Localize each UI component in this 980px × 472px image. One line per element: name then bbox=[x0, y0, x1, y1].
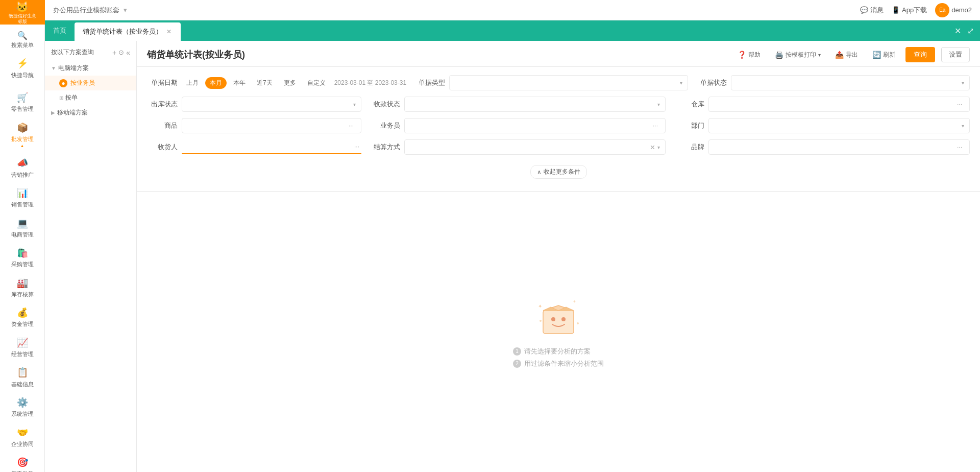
empty-hint-1: 1 请先选择要分析的方案 bbox=[513, 347, 604, 356]
sidebar-item-management[interactable]: 📈 经营管理 bbox=[0, 333, 44, 363]
topbar-arrow-icon[interactable]: ▾ bbox=[124, 6, 127, 14]
panel-add-icon[interactable]: + bbox=[112, 49, 116, 57]
warehouse-more-icon[interactable]: ··· bbox=[955, 101, 964, 108]
sidebar-search[interactable]: 🔍 搜索菜单 bbox=[0, 25, 44, 53]
pay-dropdown[interactable]: ▾ bbox=[404, 97, 666, 112]
page-title: 销货单统计表(按业务员) bbox=[147, 49, 245, 61]
dept-dropdown-arrow: ▾ bbox=[962, 123, 964, 129]
sidebar-item-guide[interactable]: 🎯 新手引导 bbox=[0, 452, 44, 472]
tab-sales-stat[interactable]: 销货单统计表（按业务员） ✕ bbox=[75, 22, 181, 41]
panel-group-mobile-title[interactable]: ▶ 移动端方案 bbox=[45, 105, 136, 120]
query-btn[interactable]: 查询 bbox=[905, 47, 935, 62]
content-area: 按以下方案查询 + ⊙ « ▼ 电脑端方案 ● 按业务员 bbox=[45, 41, 980, 472]
out-control: ▾ bbox=[182, 97, 361, 112]
export-btn[interactable]: 📤 导出 bbox=[831, 49, 862, 61]
sidebar-item-purchase[interactable]: 🛍️ 采购管理 bbox=[0, 243, 44, 273]
settle-dropdown[interactable]: ✕ ▾ bbox=[404, 139, 666, 155]
product-dropdown[interactable]: ··· bbox=[182, 118, 361, 133]
sidebar-item-collab[interactable]: 🤝 企业协同 bbox=[0, 422, 44, 453]
panel-actions: + ⊙ « bbox=[112, 49, 130, 57]
panel-group-desktop-title[interactable]: ▼ 电脑端方案 bbox=[45, 61, 136, 76]
type-dropdown[interactable]: ▾ bbox=[449, 75, 688, 90]
message-btn[interactable]: 💬 消息 bbox=[860, 6, 884, 15]
app-logo: 🐱 畅捷信好生意 标版 bbox=[0, 0, 45, 25]
date-custom-btn[interactable]: 自定义 bbox=[303, 77, 330, 89]
hint2-text: 用过滤条件来缩小分析范围 bbox=[524, 359, 604, 368]
tab-close-icon[interactable]: ✕ bbox=[165, 27, 173, 36]
sidebar-item-finance[interactable]: 💰 资金管理 bbox=[0, 302, 44, 333]
tab-home[interactable]: 首页 bbox=[45, 20, 75, 41]
filter-settle: 结算方式 ✕ ▾ bbox=[370, 139, 666, 155]
print-arrow-icon: ▾ bbox=[818, 52, 821, 58]
panel-edit-icon[interactable]: ⊙ bbox=[118, 49, 124, 57]
tab-sales-stat-label: 销货单统计表（按业务员） bbox=[83, 27, 162, 36]
warehouse-dropdown[interactable]: ··· bbox=[708, 97, 970, 112]
sidebar-item-system[interactable]: ⚙️ 系统管理 bbox=[0, 392, 44, 422]
panel-collapse-icon[interactable]: « bbox=[126, 49, 130, 57]
sidebar-item-retail[interactable]: 🛒 零售管理 bbox=[0, 87, 44, 117]
download-icon: 📱 bbox=[892, 6, 900, 14]
hint2-num: 2 bbox=[513, 360, 521, 368]
filter-row-1: 单据日期 上月 本月 本年 近7天 更多 自定义 2023-03-01 至 20… bbox=[147, 75, 970, 90]
user-btn[interactable]: Ea demo2 bbox=[935, 3, 972, 17]
page-actions: ❓ 帮助 🖨️ 按模板打印 ▾ 📤 导出 🔄 刷新 bbox=[733, 47, 970, 62]
panel-group-mobile: ▶ 移动端方案 bbox=[45, 105, 136, 120]
settle-dropdown-arrow: ▾ bbox=[657, 145, 660, 150]
tab-restore-icon[interactable]: ✕ bbox=[952, 24, 963, 38]
dept-dropdown[interactable]: ▾ bbox=[708, 118, 970, 133]
brand-dropdown[interactable]: ··· bbox=[708, 139, 970, 155]
topbar-right: 💬 消息 📱 App下载 Ea demo2 bbox=[860, 3, 972, 17]
sidebar-item-marketing[interactable]: 📣 营销推广 bbox=[0, 153, 44, 183]
status-control: ▾ bbox=[731, 75, 970, 90]
sidebar-item-quick-nav[interactable]: ⚡ 快捷导航 bbox=[0, 53, 44, 83]
settle-clear-icon[interactable]: ✕ bbox=[650, 144, 655, 151]
status-dropdown[interactable]: ▾ bbox=[731, 75, 970, 90]
settle-control: ✕ ▾ bbox=[404, 139, 666, 155]
tab-maximize-icon[interactable]: ⤢ bbox=[965, 24, 976, 38]
date-more-btn[interactable]: 更多 bbox=[279, 77, 301, 89]
group-mobile-label: 移动端方案 bbox=[57, 108, 88, 117]
panel-item-salesperson[interactable]: ● 按业务员 bbox=[45, 76, 136, 90]
product-more-icon[interactable]: ··· bbox=[347, 122, 356, 129]
print-btn[interactable]: 🖨️ 按模板打印 ▾ bbox=[771, 49, 825, 61]
sidebar-item-ecommerce[interactable]: 💻 电商管理 bbox=[0, 213, 44, 243]
main-area: 办公用品行业模拟账套 ▾ 💬 消息 📱 App下载 Ea demo2 首页 bbox=[45, 0, 980, 472]
date-this-year-btn[interactable]: 本年 bbox=[229, 77, 250, 89]
sidebar-item-wholesale[interactable]: 📦 批发管理 ▲ bbox=[0, 117, 44, 153]
avatar: Ea bbox=[935, 3, 949, 17]
status-dropdown-arrow: ▾ bbox=[962, 80, 964, 86]
collapse-arrow-icon: ∧ bbox=[537, 169, 542, 176]
settle-label: 结算方式 bbox=[370, 143, 400, 152]
collapse-btn[interactable]: ∧ 收起更多条件 bbox=[530, 165, 587, 179]
date-7days-btn[interactable]: 近7天 bbox=[252, 77, 277, 89]
help-btn[interactable]: ❓ 帮助 bbox=[733, 49, 765, 61]
sidebar: 🐱 畅捷信好生意 标版 🔍 搜索菜单 ⚡ 快捷导航 🛒 零售管理 📦 批发管理 … bbox=[0, 0, 45, 472]
topbar: 办公用品行业模拟账套 ▾ 💬 消息 📱 App下载 Ea demo2 bbox=[45, 0, 980, 20]
product-label: 商品 bbox=[147, 121, 178, 130]
sidebar-item-basic[interactable]: 📋 基础信息 bbox=[0, 362, 44, 392]
type-dropdown-arrow: ▾ bbox=[680, 80, 682, 86]
topbar-left: 办公用品行业模拟账套 ▾ bbox=[53, 6, 127, 15]
refresh-btn[interactable]: 🔄 刷新 bbox=[868, 49, 899, 61]
settings-btn[interactable]: 设置 bbox=[941, 47, 970, 62]
receiver-more-icon[interactable]: ··· bbox=[352, 143, 361, 150]
out-dropdown[interactable]: ▾ bbox=[182, 97, 361, 112]
salesperson-more-icon[interactable]: ··· bbox=[651, 122, 660, 129]
pay-control: ▾ bbox=[404, 97, 666, 112]
svg-text:✦: ✦ bbox=[538, 303, 542, 309]
salesperson-dropdown[interactable]: ··· bbox=[404, 118, 666, 133]
receiver-input[interactable] bbox=[182, 140, 352, 152]
out-label: 出库状态 bbox=[147, 100, 178, 109]
date-last-month-btn[interactable]: 上月 bbox=[182, 77, 203, 89]
help-icon: ❓ bbox=[738, 51, 746, 59]
hint1-text: 请先选择要分析的方案 bbox=[524, 347, 591, 356]
export-label: 导出 bbox=[846, 51, 858, 59]
panel-sub-group[interactable]: ⊞ 按单 bbox=[45, 90, 136, 105]
mobile-group-expand-icon: ▶ bbox=[51, 110, 55, 115]
empty-area: ✦ ✦ 1 请先选择要分析的方案 2 用过滤条件来缩小分析范围 bbox=[137, 192, 980, 472]
sidebar-item-sales[interactable]: 📊 销售管理 bbox=[0, 183, 44, 213]
brand-more-icon[interactable]: ··· bbox=[955, 144, 964, 151]
sidebar-item-inventory[interactable]: 🏭 库存核算 bbox=[0, 273, 44, 303]
download-btn[interactable]: 📱 App下载 bbox=[892, 6, 927, 15]
date-this-month-btn[interactable]: 本月 bbox=[205, 77, 227, 89]
